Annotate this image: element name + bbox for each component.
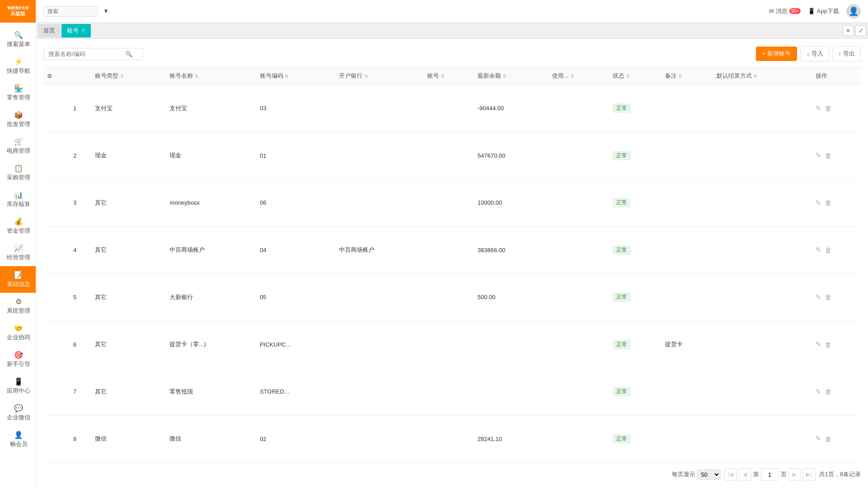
app-download-button[interactable]: 📱 App下载: [808, 7, 839, 15]
edit-button-4[interactable]: ✎: [816, 246, 821, 254]
row-checkbox-7[interactable]: [43, 368, 70, 416]
sidebar-item-new-guide[interactable]: 🎯 新手引导: [0, 346, 36, 373]
sort-bank-icon: ⇅: [364, 74, 368, 79]
tab-home-label: 首页: [43, 27, 55, 35]
tab-expand-button[interactable]: ⤢: [855, 25, 866, 36]
th-type[interactable]: 账号类型 ⇅: [91, 67, 166, 85]
sidebar-item-enterprise-agreement[interactable]: 🤝 企业协同: [0, 319, 36, 346]
page-input[interactable]: [761, 468, 779, 481]
edit-button-7[interactable]: ✎: [816, 388, 821, 396]
top-search-input[interactable]: [47, 8, 84, 14]
search-input[interactable]: [48, 51, 125, 57]
toolbar: 🔍 + 新增账号 ↓ 导入 ↑ 导出: [43, 46, 861, 61]
prev-page-button[interactable]: ◀: [739, 468, 751, 481]
row-remark-4: [661, 226, 713, 274]
row-checkbox-3[interactable]: [43, 179, 70, 227]
system-mgmt-icon: ⚙: [15, 297, 22, 306]
logo-area: 畅捷通好生意 乐版版: [0, 0, 36, 23]
sidebar-item-quick-nav[interactable]: ⚡ 快捷导航: [0, 53, 36, 80]
delete-button-3[interactable]: 🗑: [825, 199, 832, 206]
sidebar-item-inventory[interactable]: 📊 库存核算: [0, 186, 36, 213]
basic-info-icon: 📝: [14, 271, 23, 279]
first-page-button[interactable]: |◀: [724, 468, 737, 481]
row-checkbox-5[interactable]: [43, 274, 70, 321]
avatar[interactable]: 👤: [846, 4, 861, 19]
th-bank[interactable]: 开户银行 ⇅: [335, 67, 424, 85]
row-balance-5: 500.00: [474, 274, 548, 321]
delete-button-2[interactable]: 🗑: [825, 152, 832, 160]
export-button[interactable]: ↑ 导出: [833, 46, 861, 61]
next-page-button[interactable]: ▶: [788, 468, 801, 481]
row-checkbox-1[interactable]: [43, 85, 70, 132]
th-account[interactable]: 账号 ⇅: [424, 67, 474, 85]
add-account-button[interactable]: + 新增账号: [756, 47, 797, 61]
row-name-4: 中百商场账户: [166, 226, 256, 274]
row-checkbox-8[interactable]: [43, 415, 70, 463]
sidebar-item-app-center[interactable]: 📱 应用中心: [0, 373, 36, 399]
top-search-box[interactable]: [43, 6, 98, 17]
row-checkbox-2[interactable]: [43, 132, 70, 179]
last-page-button[interactable]: ▶|: [803, 468, 816, 481]
tab-home[interactable]: 首页: [38, 24, 61, 38]
edit-button-2[interactable]: ✎: [816, 151, 821, 160]
total-info: 共1页，8条记录: [819, 470, 861, 479]
delete-button-1[interactable]: 🗑: [825, 104, 832, 112]
sidebar-item-purchase-mgmt[interactable]: 📋 采购管理: [0, 160, 36, 186]
message-button[interactable]: ✉ 消息 99+: [769, 7, 801, 15]
sidebar-item-search-menu[interactable]: 🔍 搜索菜单: [0, 26, 36, 53]
edit-button-6[interactable]: ✎: [816, 340, 821, 348]
row-account-3: [424, 179, 474, 227]
delete-button-7[interactable]: 🗑: [825, 388, 832, 395]
th-name[interactable]: 账号名称 ⇅: [166, 67, 256, 85]
sidebar-item-ecommerce-mgmt[interactable]: 🛒 电商管理: [0, 133, 36, 160]
tab-minimize-button[interactable]: ✕: [843, 25, 854, 36]
finance-mgmt-icon: 💰: [14, 217, 23, 226]
sidebar-item-operations-mgmt[interactable]: 📈 经营管理: [0, 239, 36, 266]
edit-button-3[interactable]: ✎: [816, 199, 821, 207]
delete-button-8[interactable]: 🗑: [825, 435, 832, 443]
row-code-6: PICKUPC...: [256, 321, 335, 368]
row-index-1: 1: [70, 85, 91, 132]
th-code[interactable]: 账号编码 ⇅: [256, 67, 335, 85]
th-balance[interactable]: 最新余额 ⇅: [474, 67, 548, 85]
delete-button-5[interactable]: 🗑: [825, 293, 832, 301]
toolbar-right: + 新增账号 ↓ 导入 ↑ 导出: [756, 46, 861, 61]
th-usage[interactable]: 使用... ⇅: [548, 67, 609, 85]
wholesale-mgmt-icon: 📦: [14, 111, 23, 119]
edit-button-1[interactable]: ✎: [816, 104, 821, 113]
row-name-5: 大新银行: [166, 274, 256, 321]
th-default-payment[interactable]: 默认结算方式 ⇅: [713, 67, 812, 85]
sidebar-item-retail-mgmt[interactable]: 🏪 零售管理: [0, 80, 36, 106]
row-action-2: ✎ 🗑: [812, 132, 861, 179]
row-balance-7: [474, 368, 548, 416]
sidebar-item-wholesale-mgmt[interactable]: 📦 批发管理: [0, 106, 36, 133]
table-body: 1 支付宝 支付宝 03 -90444.00 正常 ✎ 🗑 2 现金 现: [43, 85, 861, 463]
row-checkbox-4[interactable]: [43, 226, 70, 274]
edit-button-8[interactable]: ✎: [816, 435, 821, 443]
sidebar-item-system-mgmt[interactable]: ⚙ 系统管理: [0, 293, 36, 319]
header-dropdown[interactable]: ▼: [103, 8, 109, 14]
th-remark[interactable]: 备注 ⇅: [661, 67, 713, 85]
row-bank-6: [335, 321, 424, 368]
row-type-3: 其它: [91, 179, 166, 227]
th-gear[interactable]: ⚙: [43, 67, 70, 85]
per-page-select[interactable]: 50 100 200: [697, 469, 721, 480]
th-status[interactable]: 状态 ⇅: [609, 67, 661, 85]
inventory-label: 库存核算: [7, 200, 30, 208]
edit-button-5[interactable]: ✎: [816, 293, 821, 301]
logo: 畅捷通好生意 乐版版: [7, 3, 29, 20]
search-icon[interactable]: 🔍: [125, 51, 132, 57]
delete-button-6[interactable]: 🗑: [825, 341, 832, 348]
sort-remark-icon: ⇅: [679, 74, 682, 79]
tab-account[interactable]: 账号 ✕: [61, 24, 91, 38]
row-checkbox-6[interactable]: [43, 321, 70, 368]
sidebar-item-finance-mgmt[interactable]: 💰 资金管理: [0, 213, 36, 239]
tab-account-close[interactable]: ✕: [81, 28, 85, 33]
sidebar-item-member[interactable]: 👤 畅会员: [0, 426, 36, 453]
sidebar-item-enterprise-wechat[interactable]: 💬 企业微信: [0, 399, 36, 426]
row-usage-6: [548, 321, 609, 368]
page-content: 🔍 + 新增账号 ↓ 导入 ↑ 导出 ⚙ 账: [36, 39, 868, 488]
import-button[interactable]: ↓ 导入: [801, 46, 829, 61]
delete-button-4[interactable]: 🗑: [825, 246, 832, 254]
sidebar-item-basic-info[interactable]: 📝 基础信息: [0, 266, 36, 293]
